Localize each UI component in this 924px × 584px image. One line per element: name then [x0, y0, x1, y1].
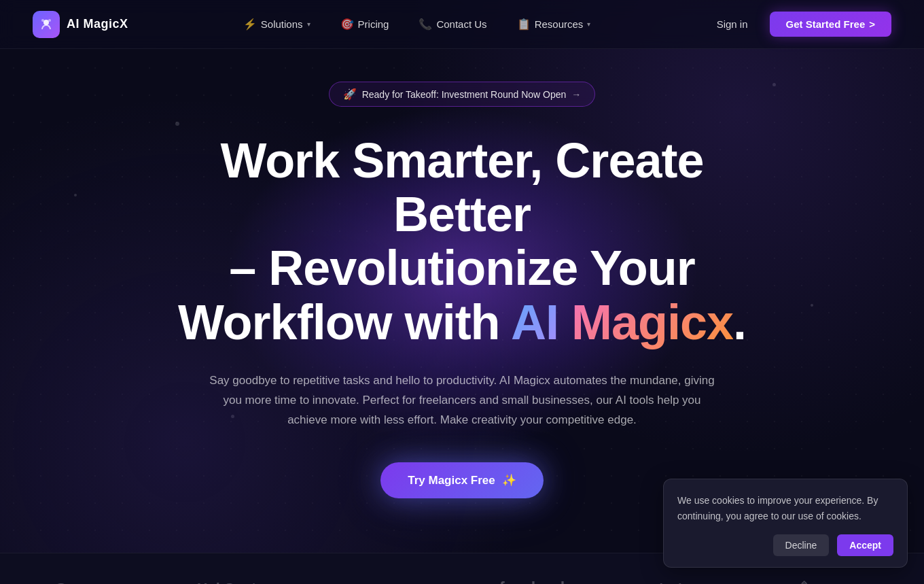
hero-section: 🚀 Ready for Takeoff: Investment Round No… [0, 0, 924, 553]
svg-text:Quora: Quora [54, 580, 102, 584]
badge-arrow-icon: → [571, 89, 581, 100]
contact-label: Contact Us [436, 18, 486, 30]
cookie-text: We use cookies to improve your experienc… [677, 493, 893, 523]
brand-hubspot: HubSpot [197, 577, 289, 584]
cookie-actions: Decline Accept [677, 534, 893, 556]
cookie-banner: We use cookies to improve your experienc… [663, 479, 908, 568]
pricing-label: Pricing [358, 18, 389, 30]
dot-3 [772, 83, 776, 86]
resources-label: Resources [535, 18, 584, 30]
contact-icon: 📞 [419, 18, 432, 31]
svg-point-0 [43, 20, 49, 25]
title-magicx: Magicx [571, 295, 733, 349]
badge-rocket-icon: 🚀 [343, 88, 357, 101]
brand-airbnb: airbnb [796, 577, 870, 584]
cookie-decline-button[interactable]: Decline [773, 534, 830, 556]
brand-facebook: facebook [499, 577, 585, 584]
title-workflow-prefix: Workflow with [178, 295, 511, 349]
title-period: . [733, 295, 746, 349]
resources-icon: 📋 [517, 18, 531, 31]
cta-sparkle-icon: ✨ [502, 473, 516, 487]
brand-amazon: amazon [357, 575, 430, 584]
signin-link[interactable]: Sign in [706, 13, 759, 35]
hero-content: 🚀 Ready for Takeoff: Investment Round No… [156, 82, 768, 498]
dot-2 [74, 194, 77, 196]
tinder-logo: tinder [654, 577, 727, 584]
get-started-label: Get Started Free [786, 18, 866, 30]
get-started-button[interactable]: Get Started Free > [770, 12, 891, 37]
dot-4 [811, 304, 813, 307]
logo-icon [33, 11, 60, 38]
hero-subtitle: Say goodbye to repetitive tasks and hell… [204, 371, 720, 430]
hubspot-logo: HubSpot [197, 577, 289, 584]
svg-text:HubSpot: HubSpot [197, 581, 256, 584]
brand-quora: Quora [54, 577, 128, 584]
airbnb-logo: airbnb [796, 577, 870, 584]
logo[interactable]: AI MagicX [33, 11, 128, 38]
nav-contact[interactable]: 📞 Contact Us [406, 12, 499, 36]
svg-point-2 [48, 19, 51, 22]
navbar: AI MagicX ⚡ Solutions ▾ 🎯 Pricing 📞 Cont… [0, 0, 924, 49]
brand-tinder: tinder [654, 577, 727, 584]
solutions-chevron: ▾ [307, 20, 310, 28]
svg-text:facebook: facebook [499, 580, 570, 584]
pricing-icon: 🎯 [340, 18, 354, 31]
nav-pricing[interactable]: 🎯 Pricing [328, 12, 402, 36]
try-magicx-label: Try Magicx Free [408, 474, 495, 487]
solutions-label: Solutions [261, 18, 303, 30]
hero-title-line3: Workflow with AI Magicx. [156, 296, 768, 349]
svg-point-1 [41, 19, 44, 22]
logo-text: AI MagicX [67, 17, 128, 31]
svg-text:amazon: amazon [357, 579, 406, 584]
nav-links: ⚡ Solutions ▾ 🎯 Pricing 📞 Contact Us 📋 R… [231, 12, 603, 36]
facebook-logo: facebook [499, 577, 585, 584]
cookie-accept-button[interactable]: Accept [837, 534, 893, 556]
hero-title-line2: – Revolutionize Your [156, 241, 768, 295]
title-ai: AI [511, 295, 558, 349]
hero-badge[interactable]: 🚀 Ready for Takeoff: Investment Round No… [329, 82, 596, 107]
try-magicx-button[interactable]: Try Magicx Free ✨ [380, 462, 544, 498]
resources-chevron: ▾ [587, 20, 590, 28]
hero-title: Work Smarter, Create Better – Revolution… [156, 134, 768, 349]
hero-title-line1: Work Smarter, Create Better [220, 133, 703, 241]
quora-logo: Quora [54, 577, 128, 584]
nav-resources[interactable]: 📋 Resources ▾ [505, 12, 603, 36]
solutions-icon: ⚡ [243, 18, 257, 31]
badge-text: Ready for Takeoff: Investment Round Now … [362, 89, 567, 100]
get-started-suffix: > [869, 18, 875, 30]
svg-text:tinder: tinder [654, 582, 698, 584]
nav-actions: Sign in Get Started Free > [706, 12, 891, 37]
amazon-logo: amazon [357, 575, 430, 584]
nav-solutions[interactable]: ⚡ Solutions ▾ [231, 12, 323, 36]
